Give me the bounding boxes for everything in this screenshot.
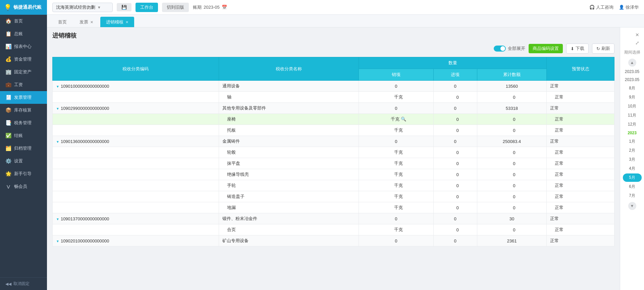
th-warning: 预警状态: [547, 57, 614, 81]
cell-sales: 0: [359, 103, 433, 114]
sidebar-item-payroll[interactable]: 💼工资: [0, 78, 47, 91]
cell-sales: 0: [433, 92, 477, 103]
search-icon[interactable]: 🔍: [401, 117, 406, 122]
sidebar-item-tax[interactable]: 📑税务管理: [0, 117, 47, 129]
sidebar-item-inventory[interactable]: 📦库存核算: [0, 104, 47, 117]
cell-total: 13560: [477, 81, 547, 92]
period-item[interactable]: 4月: [623, 164, 642, 173]
cell-name: 托板: [219, 125, 359, 136]
topbar: 沈海英测试经营勿删 ▼ 💾 工作台 切到旧版 账期 2023-05 📅 🎧 人工…: [47, 0, 644, 15]
user-info[interactable]: 👤 徐泽华: [619, 4, 639, 10]
sidebar-item-label: 发票管理: [14, 94, 32, 100]
th-purchase: 进项: [433, 69, 477, 81]
expand-panel-button[interactable]: ⤢: [633, 39, 641, 47]
product-code-button[interactable]: 商品编码设置: [529, 44, 563, 53]
cell-name: 绝缘导线壳: [219, 169, 359, 180]
headset-icon: 🎧: [589, 5, 595, 10]
cell-unit: 千克: [359, 125, 433, 136]
period-item[interactable]: 10月: [623, 102, 642, 111]
period-item[interactable]: 1月: [623, 137, 642, 146]
cell-purchase: 0: [477, 169, 547, 180]
sidebar-item-label: 总账: [14, 31, 23, 37]
period-item[interactable]: 3月: [623, 155, 642, 164]
table-row: 抹平盘 千克 0 0 正常: [53, 158, 614, 169]
sidebar-item-assets[interactable]: 🏢固定资产: [0, 66, 47, 78]
period-item[interactable]: 2023: [623, 129, 642, 137]
period-select-label: 期间选择: [624, 50, 640, 55]
scroll-down-button[interactable]: ▼: [628, 202, 636, 210]
cell-name: 手轮: [219, 180, 359, 191]
tab-close-icon[interactable]: ✕: [125, 20, 128, 24]
cell-sales: 0: [359, 213, 433, 224]
cell-warning: 正常: [547, 81, 614, 92]
table-row: 铸造盖子 千克 0 0 正常: [53, 191, 614, 202]
cell-purchase: 0: [477, 180, 547, 191]
period-item[interactable]: 11月: [623, 111, 642, 120]
period-item[interactable]: 2023.05: [623, 68, 642, 75]
sidebar-footer[interactable]: ◀◀ 取消固定: [0, 277, 47, 290]
sidebar-item-settings[interactable]: ⚙️设置: [0, 155, 47, 167]
sidebar-item-label: 固定资产: [14, 69, 32, 75]
sidebar-item-reports[interactable]: 📊报表中心: [0, 40, 47, 53]
sidebar-item-label: 畅会员: [14, 184, 27, 190]
sidebar-item-home[interactable]: 🏠首页: [0, 15, 47, 27]
tab-reconcile[interactable]: 进销稽核✕: [100, 17, 134, 27]
sidebar-item-guide[interactable]: 🌟新手引导: [0, 167, 47, 180]
page-title: 进销稽核: [52, 31, 614, 40]
close-panel-button[interactable]: ✕: [633, 31, 641, 39]
refresh-button[interactable]: ↻ 刷新: [592, 44, 614, 54]
period-item[interactable]: 8月: [623, 84, 642, 92]
expand-all-toggle[interactable]: 全部展开: [494, 46, 525, 52]
switch-version-button[interactable]: 切到旧版: [162, 3, 189, 12]
invoice-icon: 🧾: [5, 94, 11, 100]
period-item[interactable]: 6月: [623, 183, 642, 191]
support-link[interactable]: 🎧 人工咨询: [589, 4, 613, 10]
sidebar-item-checkout[interactable]: ✅结账: [0, 129, 47, 142]
cell-sales: 0: [433, 224, 477, 235]
cell-warning: 正常: [547, 213, 614, 224]
sidebar-item-ledger[interactable]: 📋总账: [0, 27, 47, 40]
tab-label: 首页: [58, 19, 67, 25]
period-item[interactable]: 5月: [623, 173, 642, 182]
period-item[interactable]: 2月: [623, 146, 642, 155]
scroll-up-button[interactable]: ▲: [628, 59, 636, 67]
vip-icon: V: [5, 184, 11, 190]
download-button[interactable]: ⬇ 下载: [566, 44, 589, 54]
th-sales: 销项: [359, 69, 433, 81]
period-item[interactable]: 12月: [623, 120, 642, 129]
app-logo: 💡 畅捷通易代账: [0, 0, 47, 15]
checkout-icon: ✅: [5, 133, 11, 139]
cell-warning: 正常: [547, 169, 614, 180]
cell-purchase: 0: [477, 147, 547, 158]
calendar-icon[interactable]: 📅: [222, 5, 227, 10]
company-select[interactable]: 沈海英测试经营勿删 ▼: [52, 3, 113, 12]
tab-home[interactable]: 首页: [52, 17, 72, 27]
cell-name: 轴: [219, 92, 359, 103]
cell-sales: 0: [433, 147, 477, 158]
table-row: 地漏 千克 0 0 正常: [53, 202, 614, 213]
period-item[interactable]: 9月: [623, 93, 642, 101]
tab-invoice[interactable]: 发票✕: [74, 17, 99, 27]
download-icon: ⬇: [571, 46, 574, 51]
sidebar-item-archive[interactable]: 🗂️归档管理: [0, 142, 47, 155]
sidebar-item-invoice[interactable]: 🧾发票管理: [0, 91, 47, 104]
workbench-button[interactable]: 工作台: [136, 3, 158, 12]
th-tax-name: 税收分类名称: [219, 57, 359, 81]
sidebar-item-label: 设置: [14, 158, 23, 164]
toggle-switch[interactable]: [494, 46, 506, 52]
cell-warning: 正常: [547, 191, 614, 202]
period-item[interactable]: 2023.05: [623, 76, 642, 83]
cell-code: [53, 92, 219, 103]
sidebar-item-vip[interactable]: V畅会员: [0, 180, 47, 193]
data-table: 税收分类编码 税收分类名称 数量 预警状态 销项 进项 累计数额 ▼109010…: [52, 57, 614, 246]
cell-unit: 千克: [359, 180, 433, 191]
app-name: 畅捷通易代账: [13, 4, 42, 10]
tab-close-icon[interactable]: ✕: [90, 20, 93, 24]
save-button[interactable]: 💾: [117, 3, 131, 11]
cell-sales: 0: [433, 158, 477, 169]
tax-icon: 📑: [5, 120, 11, 126]
cell-code: [53, 158, 219, 169]
sidebar-item-funds[interactable]: 💰资金管理: [0, 53, 47, 66]
period-item[interactable]: 7月: [623, 192, 642, 200]
cell-sales: 0: [433, 169, 477, 180]
